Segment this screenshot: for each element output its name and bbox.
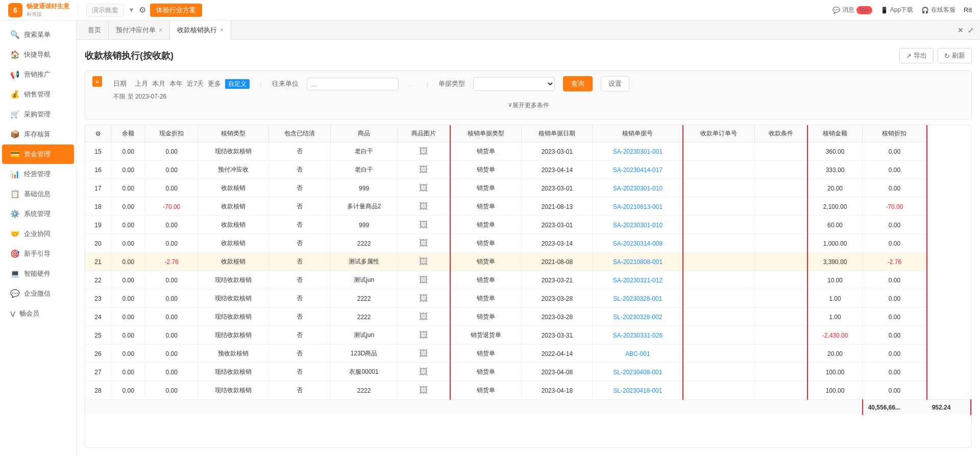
row-receipt-cond xyxy=(754,161,807,179)
row-doc-no[interactable]: SL-20230328-002 xyxy=(593,308,683,326)
row-include-settled: 否 xyxy=(269,326,331,345)
tab-label-prepay: 预付冲应付单 xyxy=(116,26,156,35)
row-doc-no[interactable]: SA-20230301-010 xyxy=(593,179,683,198)
row-no: 22 xyxy=(85,271,111,290)
sidebar-item-purchase[interactable]: 🛒采购管理 xyxy=(2,105,74,124)
settings-btn[interactable]: 设置 xyxy=(601,76,629,91)
row-balance: 0.00 xyxy=(111,216,145,234)
row-cash-discount: 0.00 xyxy=(145,179,198,198)
row-doc-no[interactable]: SA-20210808-001 xyxy=(593,253,683,271)
dropdown-icon[interactable]: ▼ xyxy=(128,6,135,14)
tab-home[interactable]: 首页 xyxy=(81,20,109,40)
chevron-down-icon: ∨ xyxy=(508,101,512,110)
row-doc-no[interactable]: SA-20230301-010 xyxy=(593,216,683,234)
maximize-btn[interactable]: ⤢ xyxy=(968,26,974,34)
row-doc-no[interactable]: SA-20230301-001 xyxy=(593,142,683,161)
row-doc-no[interactable]: SA-20230331-026 xyxy=(593,326,683,345)
row-cash-discount: 0.00 xyxy=(145,290,198,308)
row-balance: 0.00 xyxy=(111,161,145,179)
sidebar-item-quicknav[interactable]: 🏠快捷导航 xyxy=(2,45,74,64)
tab-close-collection[interactable]: × xyxy=(220,27,224,34)
row-order-no xyxy=(683,326,754,345)
user-name[interactable]: Rit xyxy=(964,6,972,14)
tab-collection[interactable]: 收款核销执行× xyxy=(170,20,231,40)
row-order-no xyxy=(683,161,754,179)
sidebar-item-system[interactable]: ⚙️系统管理 xyxy=(2,204,74,224)
sidebar-icon-collab: 🤝 xyxy=(10,229,20,238)
row-doc-no[interactable]: ABC-001 xyxy=(593,345,683,363)
sidebar-item-sales[interactable]: 💰销售管理 xyxy=(2,85,74,104)
export-btn[interactable]: ↗ 导出 xyxy=(899,48,934,63)
filter-toggle-btn[interactable]: » xyxy=(92,76,102,87)
row-no: 24 xyxy=(85,308,111,326)
expand-conditions[interactable]: ∨ 展开更多条件 xyxy=(92,101,964,110)
row-doc-type: 销货单 xyxy=(450,142,522,161)
this-month-link[interactable]: 本月 xyxy=(152,79,165,88)
row-doc-no[interactable]: SA-20230414-017 xyxy=(593,161,683,179)
row-doc-no[interactable]: SL-20230328-001 xyxy=(593,290,683,308)
row-no: 20 xyxy=(85,234,111,253)
table-row: 230.000.00现结收款核销否2222🖼销货单2023-03-28SL-20… xyxy=(85,290,971,308)
sidebar-item-hardware[interactable]: 💻智能硬件 xyxy=(2,264,74,283)
online-service-btn[interactable]: 🎧 在线客服 xyxy=(921,6,955,14)
row-cash-discount: -70.00 xyxy=(145,198,198,216)
custom-link[interactable]: 自定义 xyxy=(225,79,250,89)
row-doc-date: 2023-03-01 xyxy=(522,216,593,234)
query-btn[interactable]: 查询 xyxy=(563,76,593,91)
row-doc-no[interactable]: SA-20230321-012 xyxy=(593,271,683,290)
sidebar-item-inventory[interactable]: 📦库存核算 xyxy=(2,125,74,144)
more-link[interactable]: 更多 xyxy=(208,79,221,88)
row-goods: 2222 xyxy=(331,290,398,308)
sidebar-item-basic[interactable]: 📋基础信息 xyxy=(2,184,74,204)
row-write-off-amount: 1,000.00 xyxy=(807,234,863,253)
sidebar-item-collab[interactable]: 🤝企业协同 xyxy=(2,224,74,244)
sidebar-item-finance[interactable]: 💳资金管理 xyxy=(2,145,74,164)
sidebar-item-marketing[interactable]: 📢营销推广 xyxy=(2,65,74,84)
sidebar-item-search[interactable]: 🔍搜索菜单 xyxy=(2,25,74,44)
row-doc-date: 2023-03-14 xyxy=(522,234,593,253)
row-write-off-type: 现结收款核销 xyxy=(198,142,269,161)
close-window-btn[interactable]: ✕ xyxy=(958,26,964,34)
counterpart-input[interactable] xyxy=(307,78,399,90)
row-write-off-discount: 0.00 xyxy=(863,363,927,381)
row-include-settled: 否 xyxy=(269,234,331,253)
row-include-settled: 否 xyxy=(269,179,331,198)
sidebar-item-guide[interactable]: 🎯新手引导 xyxy=(2,244,74,263)
company-name[interactable]: 演示账套 xyxy=(86,4,124,17)
row-cash-discount: 0.00 xyxy=(145,308,198,326)
last-month-link[interactable]: 上月 xyxy=(135,79,148,88)
row-no: 18 xyxy=(85,198,111,216)
row-write-off-amount: 1.00 xyxy=(807,308,863,326)
sidebar-item-wechat[interactable]: 💬企业微信 xyxy=(2,284,74,303)
row-cash-discount: 0.00 xyxy=(145,363,198,381)
app-download-btn[interactable]: 📱 App下载 xyxy=(880,6,913,14)
sidebar-item-member[interactable]: V畅会员 xyxy=(2,304,74,323)
goods-image-icon: 🖼 xyxy=(419,367,428,377)
industry-btn[interactable]: 体验行业方案 xyxy=(150,4,202,17)
row-goods-img: 🖼 xyxy=(398,179,451,198)
row-include-settled: 否 xyxy=(269,271,331,290)
row-goods-img: 🖼 xyxy=(398,161,451,179)
row-goods-img: 🖼 xyxy=(398,271,451,290)
refresh-btn[interactable]: ↻ 刷新 xyxy=(938,48,972,63)
sidebar-item-operation[interactable]: 📊经营管理 xyxy=(2,164,74,184)
footer-total-discount: 952.24 xyxy=(927,400,971,416)
row-doc-no[interactable]: SA-20210813-001 xyxy=(593,198,683,216)
row-doc-no[interactable]: SL-20230418-001 xyxy=(593,381,683,400)
row-write-off-discount: 0.00 xyxy=(863,271,927,290)
last7-link[interactable]: 近7天 xyxy=(187,79,204,88)
header-actions: ↗ 导出 ↻ 刷新 xyxy=(899,48,972,63)
doc-type-select[interactable] xyxy=(473,77,555,91)
goods-image-icon: 🖼 xyxy=(419,183,428,193)
row-doc-no[interactable]: SA-20230314-008 xyxy=(593,234,683,253)
row-doc-no[interactable]: SL-20230408-001 xyxy=(593,363,683,381)
message-btn[interactable]: 💬 消息 99+ xyxy=(832,6,872,14)
headset-icon: 🎧 xyxy=(921,7,929,14)
tab-prepay[interactable]: 预付冲应付单× xyxy=(109,20,170,40)
this-year-link[interactable]: 本年 xyxy=(169,79,183,88)
sidebar-icon-marketing: 📢 xyxy=(10,70,20,79)
sidebar-label-collab: 企业协同 xyxy=(24,229,51,238)
gear-icon[interactable]: ⚙ xyxy=(139,5,146,15)
tab-close-prepay[interactable]: × xyxy=(159,27,162,34)
row-cash-discount: 0.00 xyxy=(145,216,198,234)
